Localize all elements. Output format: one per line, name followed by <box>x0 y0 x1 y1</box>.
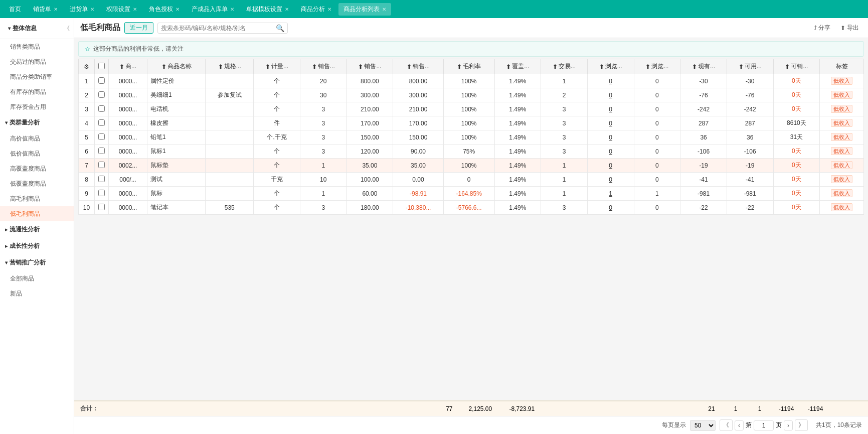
row-sales-qty: 3 <box>300 116 346 130</box>
row-checkbox[interactable] <box>95 74 109 88</box>
row-browse1[interactable]: 0 <box>587 88 634 102</box>
row-check[interactable] <box>98 204 105 210</box>
sidebar-collapse-btn[interactable]: 《 <box>63 24 71 33</box>
sidebar-item-low-coverage[interactable]: 低覆盖度商品 <box>0 176 74 191</box>
col-spec[interactable]: ⬆规格... <box>206 59 254 74</box>
row-browse1[interactable]: 0 <box>587 201 634 215</box>
row-checkbox[interactable] <box>95 88 109 102</box>
row-browse1[interactable]: 0 <box>587 74 634 88</box>
first-page-btn[interactable]: 《 <box>720 419 733 431</box>
nav-close-template[interactable]: ✕ <box>285 7 289 12</box>
row-check[interactable] <box>98 119 105 126</box>
col-unit[interactable]: ⬆计量... <box>254 59 300 74</box>
col-tag[interactable]: 标签 <box>820 59 864 74</box>
row-checkbox[interactable] <box>95 144 109 159</box>
col-sales-profit[interactable]: ⬆销售... <box>393 59 444 74</box>
col-code[interactable]: ⬆商... <box>109 59 147 74</box>
row-check[interactable] <box>98 162 105 168</box>
search-input[interactable] <box>161 25 276 32</box>
nav-sales[interactable]: 销货单 ✕ <box>28 3 63 16</box>
row-checkbox[interactable] <box>95 173 109 187</box>
col-transaction[interactable]: ⬆交易... <box>541 59 588 74</box>
row-check[interactable] <box>98 148 105 154</box>
sidebar-item-category-rate[interactable]: 商品分类助销率 <box>0 69 74 84</box>
row-checkbox[interactable] <box>95 102 109 116</box>
col-sales-qty[interactable]: ⬆销售... <box>300 59 346 74</box>
row-checkbox[interactable] <box>95 116 109 130</box>
sidebar-item-traded-goods[interactable]: 交易过的商品 <box>0 54 74 69</box>
export-button[interactable]: ⬆ 导出 <box>837 23 862 33</box>
select-all-checkbox[interactable] <box>98 63 105 69</box>
col-current[interactable]: ⬆现有... <box>680 59 727 74</box>
sidebar-item-low-value[interactable]: 低价值商品 <box>0 146 74 161</box>
sidebar-item-high-margin[interactable]: 高毛利商品 <box>0 191 74 206</box>
sidebar-item-new-goods[interactable]: 新品 <box>0 286 74 301</box>
nav-close-permission[interactable]: ✕ <box>133 7 137 12</box>
date-filter-button[interactable]: 近一月 <box>124 22 153 34</box>
sidebar-item-low-margin[interactable]: 低毛利商品 <box>0 206 74 221</box>
row-browse1[interactable]: 0 <box>587 159 634 173</box>
col-gross-rate[interactable]: ⬆毛利率 <box>443 59 494 74</box>
row-browse1[interactable]: 0 <box>587 144 634 159</box>
page-input[interactable] <box>754 420 774 430</box>
sidebar-item-stock-capital[interactable]: 库存资金占用 <box>0 99 74 114</box>
row-code: 0000... <box>109 116 147 130</box>
nav-close-product-in[interactable]: ✕ <box>230 7 234 12</box>
last-page-btn[interactable]: 》 <box>795 419 808 431</box>
nav-close-role[interactable]: ✕ <box>176 7 180 12</box>
col-saleable[interactable]: ⬆可销... <box>773 59 820 74</box>
row-checkbox[interactable] <box>95 201 109 215</box>
nav-product-in[interactable]: 产成品入库单 ✕ <box>187 3 239 16</box>
row-browse1[interactable]: 1 <box>587 187 634 201</box>
row-checkbox[interactable] <box>95 159 109 173</box>
sidebar-group-cluster[interactable]: ▾ 类群量分析 <box>0 114 74 131</box>
nav-purchase[interactable]: 进货单 ✕ <box>65 3 99 16</box>
nav-close-purchase[interactable]: ✕ <box>90 7 94 12</box>
nav-template[interactable]: 单据模板设置 ✕ <box>241 3 294 16</box>
nav-close-analysis[interactable]: ✕ <box>327 7 331 12</box>
nav-role[interactable]: 角色授权 ✕ <box>144 3 185 16</box>
table-container[interactable]: ⚙ ⬆商... ⬆商品名称 ⬆规格... ⬆计量... ⬆销售... ⬆销售..… <box>74 59 868 400</box>
col-available[interactable]: ⬆可用... <box>727 59 773 74</box>
row-browse1[interactable]: 0 <box>587 173 634 187</box>
col-checkbox[interactable] <box>95 59 109 74</box>
prev-page-btn[interactable]: ‹ <box>735 420 744 430</box>
nav-analysis-list[interactable]: 商品分析列表 ✕ <box>338 3 391 16</box>
nav-analysis[interactable]: 商品分析 ✕ <box>296 3 336 16</box>
col-sales-price[interactable]: ⬆销售... <box>346 59 393 74</box>
row-checkbox[interactable] <box>95 187 109 201</box>
share-button[interactable]: ⤴ 分享 <box>811 23 833 33</box>
col-browse2[interactable]: ⬆浏览... <box>634 59 680 74</box>
sidebar-group-circulation[interactable]: ▸ 流通性分析 <box>0 221 74 238</box>
sidebar-item-stock-goods[interactable]: 有库存的商品 <box>0 84 74 99</box>
search-icon[interactable]: 🔍 <box>276 24 284 32</box>
row-check[interactable] <box>98 176 105 182</box>
row-browse1[interactable]: 0 <box>587 116 634 130</box>
settings-icon[interactable]: ⚙ <box>84 63 89 70</box>
sidebar-item-all-goods[interactable]: 全部商品 <box>0 271 74 286</box>
col-name[interactable]: ⬆商品名称 <box>147 59 205 74</box>
sidebar-group-overall[interactable]: ▾ 整体信息 <box>3 20 42 37</box>
row-browse1[interactable]: 0 <box>587 102 634 116</box>
row-browse1[interactable]: 0 <box>587 130 634 144</box>
row-checkbox[interactable] <box>95 130 109 144</box>
nav-home[interactable]: 首页 <box>4 3 26 16</box>
sidebar-group-growth[interactable]: ▸ 成长性分析 <box>0 238 74 254</box>
nav-close-analysis-list[interactable]: ✕ <box>382 7 386 12</box>
next-page-btn[interactable]: › <box>784 420 793 430</box>
row-check[interactable] <box>98 105 105 112</box>
sidebar-item-sales-goods[interactable]: 销售类商品 <box>0 39 74 54</box>
nav-permission[interactable]: 权限设置 ✕ <box>101 3 142 16</box>
row-check[interactable] <box>98 77 105 84</box>
col-coverage[interactable]: ⬆覆盖... <box>494 59 541 74</box>
row-check[interactable] <box>98 91 105 98</box>
sidebar-group-marketing[interactable]: ▾ 营销推广分析 <box>0 254 74 271</box>
col-settings[interactable]: ⚙ <box>79 59 95 74</box>
sidebar-item-high-value[interactable]: 高价值商品 <box>0 131 74 146</box>
sidebar-item-high-coverage[interactable]: 高覆盖度商品 <box>0 161 74 176</box>
row-check[interactable] <box>98 190 105 196</box>
row-check[interactable] <box>98 133 105 140</box>
nav-close-sales[interactable]: ✕ <box>54 7 58 12</box>
per-page-select[interactable]: 50 100 200 <box>690 420 716 431</box>
col-browse1[interactable]: ⬆浏览... <box>587 59 634 74</box>
